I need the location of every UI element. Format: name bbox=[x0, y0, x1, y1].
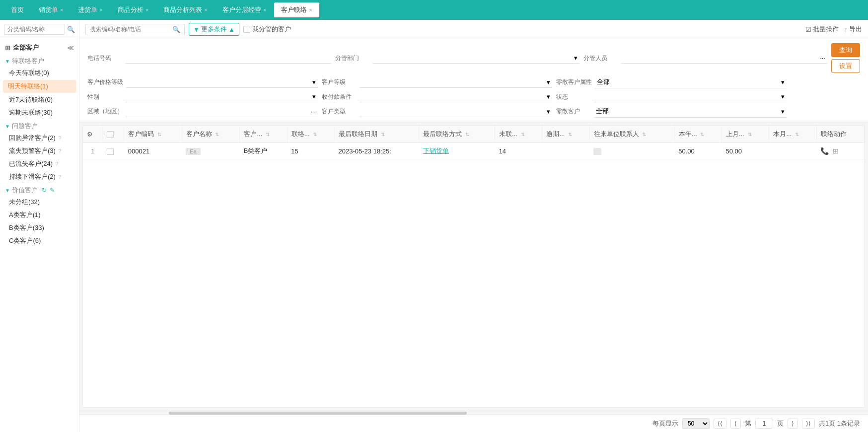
last-month-col-header[interactable]: 上月... ⇅ bbox=[722, 126, 769, 143]
collapse-icon[interactable]: ≪ bbox=[67, 44, 74, 52]
manager-select[interactable]: ··· bbox=[621, 53, 827, 64]
sidebar-item-tomorrow-contact[interactable]: 明天待联络(1) bbox=[3, 80, 76, 93]
sidebar: 🔍 ⊞ 全部客户 ≪ ▼ 待联络客户 今天待联络(0) 明天待联络(1) 近7天… bbox=[0, 20, 79, 432]
nav-customer-layering[interactable]: 客户分层经营 × bbox=[216, 2, 273, 17]
nav-sales-order[interactable]: 销货单 × bbox=[32, 2, 70, 17]
code-col-header[interactable]: 客户编码 ⇅ bbox=[124, 126, 182, 143]
customer-level-select[interactable] bbox=[360, 77, 552, 88]
row-checkbox[interactable] bbox=[107, 148, 114, 155]
per-page-select[interactable]: 50 100 200 bbox=[682, 418, 710, 429]
filter-actions: 查询 设置 bbox=[831, 43, 860, 73]
sidebar-item-repeat-abnormal[interactable]: 回购异常客户(2) ? bbox=[0, 132, 79, 144]
select-all-checkbox[interactable] bbox=[107, 131, 114, 138]
overdue-col-header[interactable]: 逾期... ⇅ bbox=[542, 126, 589, 143]
contact-person-col-header[interactable]: 往来单位联系人 ⇅ bbox=[589, 126, 674, 143]
retail-customer-select[interactable]: 全部 bbox=[594, 105, 787, 118]
batch-operation-button[interactable]: ☑ 批量操作 bbox=[805, 25, 839, 34]
checkbox-col-header[interactable] bbox=[103, 126, 124, 143]
close-icon[interactable]: × bbox=[204, 7, 207, 13]
sidebar-item-no-group[interactable]: 未分组(32) bbox=[0, 196, 79, 209]
sidebar-item-class-c[interactable]: C类客户(6) bbox=[0, 234, 79, 247]
dot-menu-icon: ··· bbox=[820, 54, 825, 62]
category-col-header[interactable]: 客户... ⇅ bbox=[240, 126, 287, 143]
customer-name-masked: Ea bbox=[186, 148, 200, 155]
chevron-down-icon bbox=[547, 78, 550, 86]
table-row: 1 000021 Ea B类客户 15 2023-05-23 18:25: 下销… bbox=[83, 143, 865, 159]
horizontal-scrollbar[interactable] bbox=[79, 411, 868, 415]
sidebar-search-input[interactable] bbox=[4, 24, 65, 35]
close-icon[interactable]: × bbox=[263, 7, 266, 13]
sidebar-search-area: 🔍 bbox=[0, 20, 79, 39]
last-contact-method-cell[interactable]: 下销货单 bbox=[419, 143, 495, 159]
close-icon[interactable]: × bbox=[99, 7, 102, 13]
filter-row-3: 性别 收付款条件 状态 bbox=[87, 91, 860, 102]
first-page-button[interactable]: ⟨⟨ bbox=[714, 419, 726, 429]
dept-select[interactable] bbox=[373, 53, 579, 64]
filter-row-4: 区域（地区） ··· 客户类型 零散客户 全部 bbox=[87, 105, 860, 118]
phone-input[interactable] bbox=[125, 53, 331, 64]
row-checkbox-cell[interactable] bbox=[103, 143, 124, 159]
gender-select[interactable] bbox=[125, 91, 318, 102]
sidebar-search-icon[interactable]: 🔍 bbox=[67, 26, 75, 33]
sidebar-item-class-b[interactable]: B类客户(33) bbox=[0, 221, 79, 234]
expand-icon: ▼ bbox=[5, 124, 10, 129]
sidebar-item-lost-risk[interactable]: 流失预警客户(3) ? bbox=[0, 144, 79, 157]
contacts-col-header[interactable]: 联络... ⇅ bbox=[287, 126, 334, 143]
current-month-col-header[interactable]: 本月... ⇅ bbox=[769, 126, 816, 143]
price-level-filter: 客户价格等级 bbox=[87, 77, 318, 88]
name-col-header[interactable]: 客户名称 ⇅ bbox=[182, 126, 239, 143]
area-filter: 区域（地区） ··· bbox=[87, 106, 318, 117]
sort-icon: ⇅ bbox=[215, 132, 219, 137]
refresh-icon[interactable]: ↻ bbox=[42, 187, 47, 194]
export-button[interactable]: ↑ 导出 bbox=[845, 25, 863, 34]
current-year-col-header[interactable]: 本年... ⇅ bbox=[674, 126, 722, 143]
grid-action-icon[interactable]: ⊞ bbox=[833, 147, 839, 155]
page-number-input[interactable] bbox=[755, 419, 773, 429]
uncontacted-col-header[interactable]: 未联... ⇅ bbox=[495, 126, 542, 143]
nav-customer-contact[interactable]: 客户联络 × bbox=[274, 2, 319, 17]
last-page-button[interactable]: ⟩⟩ bbox=[802, 419, 815, 429]
sidebar-item-continuous-down[interactable]: 持续下滑客户(2) ? bbox=[0, 170, 79, 183]
my-customers-checkbox-wrap[interactable]: 我分管的客户 bbox=[243, 25, 291, 34]
total-records-label: 共1页 1条记录 bbox=[819, 419, 860, 428]
settings-col-header[interactable]: ⚙ bbox=[83, 126, 103, 143]
prev-page-button[interactable]: ⟨ bbox=[730, 419, 741, 429]
area-select[interactable]: ··· bbox=[126, 106, 318, 117]
data-table-container: ⚙ 客户编码 ⇅ 客户名称 ⇅ 客户... ⇅ bbox=[82, 125, 865, 408]
edit-icon[interactable]: ✎ bbox=[50, 187, 55, 194]
nav-product-analysis[interactable]: 商品分析 × bbox=[111, 2, 155, 17]
nav-purchase-order[interactable]: 进货单 × bbox=[71, 2, 109, 17]
status-select[interactable] bbox=[594, 91, 787, 102]
retail-attr-select[interactable]: 全部 bbox=[595, 76, 787, 88]
chevron-down-icon bbox=[781, 93, 785, 100]
price-level-select[interactable] bbox=[126, 77, 318, 88]
last-contact-date-col-header[interactable]: 最后联络日期 ⇅ bbox=[335, 126, 419, 143]
current-month-cell bbox=[769, 143, 816, 159]
customer-code-cell: 000021 bbox=[124, 143, 182, 159]
next-page-button[interactable]: ⟩ bbox=[788, 419, 798, 429]
settings-button[interactable]: 设置 bbox=[831, 59, 860, 73]
nav-product-analysis-list[interactable]: 商品分析列表 × bbox=[156, 2, 214, 17]
more-conditions-button[interactable]: ▼ 更多条件 ▲ bbox=[189, 23, 239, 36]
chevron-down-icon bbox=[781, 108, 785, 115]
sidebar-item-week-contact[interactable]: 近7天待联络(0) bbox=[0, 93, 79, 106]
close-icon[interactable]: × bbox=[309, 7, 312, 13]
nav-home[interactable]: 首页 bbox=[4, 2, 31, 17]
phone-action-icon[interactable]: 📞 bbox=[820, 147, 829, 155]
last-contact-method-col-header[interactable]: 最后联络方式 ⇅ bbox=[419, 126, 495, 143]
close-icon[interactable]: × bbox=[145, 7, 148, 13]
close-icon[interactable]: × bbox=[60, 7, 63, 13]
sidebar-item-class-a[interactable]: A类客户(1) bbox=[0, 209, 79, 221]
search-icon[interactable]: 🔍 bbox=[172, 26, 180, 33]
sidebar-item-already-lost[interactable]: 已流失客户(24) ? bbox=[0, 157, 79, 170]
customer-type-select[interactable] bbox=[360, 106, 552, 117]
problem-customers-group: ▼ 问题客户 bbox=[0, 119, 79, 132]
table-header-row: ⚙ 客户编码 ⇅ 客户名称 ⇅ 客户... ⇅ bbox=[83, 126, 865, 143]
payment-select[interactable] bbox=[360, 91, 552, 102]
search-input[interactable] bbox=[90, 26, 172, 33]
sidebar-item-overdue-contact[interactable]: 逾期未联络(30) bbox=[0, 106, 79, 119]
my-customers-checkbox[interactable] bbox=[243, 26, 250, 33]
customer-name-cell: Ea bbox=[182, 143, 239, 159]
query-button[interactable]: 查询 bbox=[831, 43, 860, 57]
sidebar-item-today-contact[interactable]: 今天待联络(0) bbox=[0, 67, 79, 79]
